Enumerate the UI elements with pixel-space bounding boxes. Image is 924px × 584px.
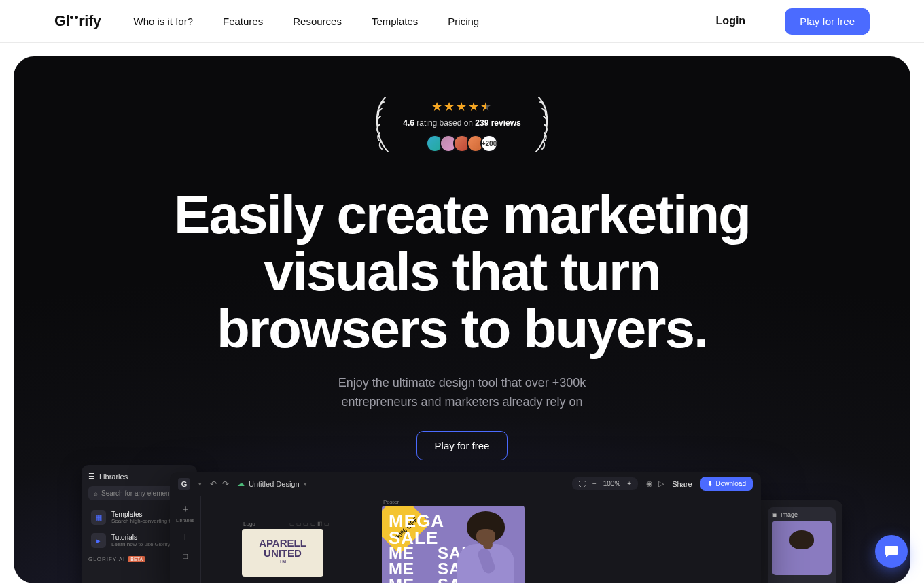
image-thumbnail <box>772 521 832 575</box>
app-sidebar: ＋ Libraries T □ <box>170 496 201 583</box>
header-cta-button[interactable]: Play for free <box>785 8 870 35</box>
search-icon: ⌕ <box>94 489 98 497</box>
minus-icon: − <box>592 480 597 487</box>
rating-block: ★★★★★ 4.6 rating based on 239 reviews +2… <box>14 94 910 158</box>
product-mockup: ☰Libraries ⌕Search for any element ▦ Tem… <box>82 461 842 583</box>
hero-section: ★★★★★ 4.6 rating based on 239 reviews +2… <box>14 56 910 583</box>
nav-pricing[interactable]: Pricing <box>448 16 479 27</box>
nav-resources[interactable]: Resources <box>293 16 342 27</box>
reviewer-avatars: +200 <box>426 135 498 152</box>
zoom-control: ⛶ − 100% + <box>572 477 638 490</box>
download-icon: ⬇ <box>707 480 713 487</box>
sidebar-label: Libraries <box>176 518 194 523</box>
nav-who[interactable]: Who is it for? <box>133 16 193 27</box>
brand-logo[interactable]: GlrGlorifyify <box>54 12 101 30</box>
canvas-artboard-poster: 50% OFF MEGA SALE MEXXSALE MEXXSALE MEXX… <box>382 506 525 583</box>
hero-subtitle: Enjoy the ultimate design tool that over… <box>313 374 611 412</box>
cloud-sync-icon: ☁ <box>237 479 245 488</box>
canvas-artboard-logo: APARELLUNITEDTM <box>242 529 323 577</box>
nav-templates[interactable]: Templates <box>372 16 418 27</box>
image-icon: ▣ <box>772 511 778 518</box>
app-canvas: Logo ▭ ▭ ▭ ▭ ◧ ▭ APARELLUNITEDTM Poster … <box>201 496 761 583</box>
avatar-more: +200 <box>480 135 498 152</box>
image-card: ▣Image <box>768 507 836 583</box>
mock-app-window: G▾ ↶↷ ☁Untitled Design▾ ⛶ − 100% + ◉▷ Sh… <box>170 472 761 583</box>
share-button: Share <box>672 480 692 488</box>
model-illustration <box>449 510 520 583</box>
plus-icon: ＋ <box>181 503 190 515</box>
templates-icon: ▦ <box>91 510 106 525</box>
app-logo-icon: G <box>178 478 190 490</box>
play-icon: ▷ <box>658 479 664 488</box>
record-icon: ◉ <box>646 479 653 488</box>
login-link[interactable]: Login <box>716 15 746 27</box>
canvas-mini-toolbar: ▭ ▭ ▭ ▭ ◧ ▭ <box>289 521 330 527</box>
chevron-down-icon: ▾ <box>198 481 202 487</box>
plus-icon: + <box>627 480 631 487</box>
canvas-label: Logo <box>243 521 255 527</box>
shape-tool-icon: □ <box>183 551 188 561</box>
download-button: ⬇Download <box>700 477 753 491</box>
hamburger-icon: ☰ <box>88 472 95 481</box>
chat-launcher-button[interactable] <box>875 535 908 568</box>
laurel-left-icon <box>372 94 392 158</box>
rating-text: 4.6 rating based on 239 reviews <box>403 118 520 128</box>
chat-icon <box>883 543 900 560</box>
hero-cta-button[interactable]: Play for free <box>416 431 508 460</box>
crop-icon: ⛶ <box>579 480 586 487</box>
undo-icon: ↶ <box>210 479 217 489</box>
zoom-value: 100% <box>603 480 621 487</box>
text-tool-icon: T <box>183 532 188 542</box>
chevron-down-icon: ▾ <box>304 481 307 487</box>
laurel-right-icon <box>532 94 552 158</box>
top-nav: GlrGlorifyify Who is it for? Features Re… <box>0 0 924 43</box>
hero-headline: Easily create marketing visuals that tur… <box>156 186 768 358</box>
redo-icon: ↷ <box>222 479 229 489</box>
document-title: Untitled Design <box>249 480 300 488</box>
star-rating-icon: ★★★★★ <box>431 99 493 114</box>
canvas-label: Poster <box>383 499 399 505</box>
play-icon: ▸ <box>91 533 106 548</box>
nav-features[interactable]: Features <box>223 16 263 27</box>
libraries-title: Libraries <box>99 473 128 481</box>
primary-nav: Who is it for? Features Resources Templa… <box>133 16 479 27</box>
